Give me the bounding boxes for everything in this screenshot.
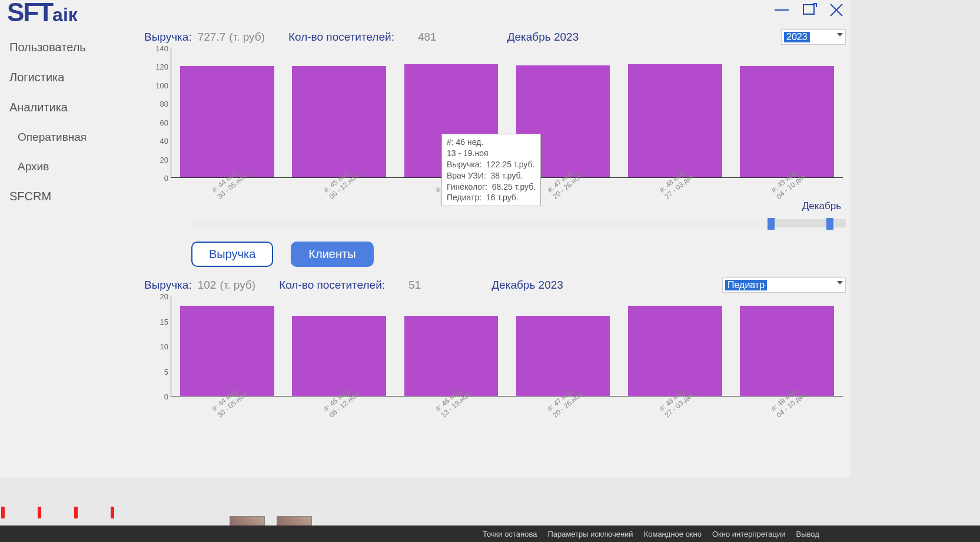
toggle-revenue-button[interactable]: Выручка <box>191 242 273 267</box>
range-handle-right[interactable] <box>826 218 833 230</box>
range-handle-left[interactable] <box>768 218 775 230</box>
doctor-select[interactable]: Педиатр <box>722 277 846 293</box>
taskbar-item[interactable]: Параметры исключений <box>547 530 633 538</box>
chart-bar[interactable] <box>180 306 274 396</box>
app-logo: SFTаік <box>7 0 78 27</box>
sidebar-item-analytics[interactable]: Аналитика <box>5 92 137 123</box>
app-window: SFTаік Пользователь Логистика Аналитика … <box>0 0 851 477</box>
y-axis: 05101520 <box>144 296 171 396</box>
chevron-down-icon <box>837 281 843 285</box>
stats-row-top: Выручка: 727.7 (т. руб) Кол-во посетител… <box>144 29 846 45</box>
chart-bar[interactable] <box>292 66 386 177</box>
chart-bar[interactable] <box>516 316 610 396</box>
doctor-revenue-chart: 05101520 #: 44 нед. 30 - 05.ноя#: 45 нед… <box>144 296 846 426</box>
period-label-2: Декабрь 2023 <box>491 279 563 292</box>
visitors-value: 481 <box>418 31 437 44</box>
taskbar-item[interactable]: Точки останова <box>483 530 537 538</box>
period-label: Декабрь 2023 <box>507 31 579 44</box>
sidebar-item-logistics[interactable]: Логистика <box>5 62 137 92</box>
visitors-value-2: 51 <box>408 279 421 292</box>
toggle-clients-button[interactable]: Клиенты <box>291 242 373 267</box>
revenue-label: Выручка: <box>144 31 192 44</box>
chart-bar[interactable] <box>740 306 834 396</box>
chart-bar[interactable] <box>292 316 386 396</box>
toggle-buttons: Выручка Клиенты <box>191 242 846 267</box>
taskbar-item[interactable]: Командное окно <box>644 530 702 538</box>
minimize-icon[interactable] <box>772 1 793 19</box>
visitors-label-2: Кол-во посетителей: <box>279 279 385 292</box>
chart-bar[interactable] <box>180 66 274 177</box>
stats-row-bottom: Выручка: 102 (т. руб) Кол-во посетителей… <box>144 277 846 293</box>
plot-area: #: 44 нед. 30 - 05.ноя#: 45 нед. 06 - 12… <box>171 296 843 396</box>
year-select[interactable]: 2023 <box>781 29 846 45</box>
revenue-value-2: 102 <box>198 279 217 292</box>
revenue-chart: 020406080100120140 #: 44 нед. 30 - 05.но… <box>144 48 846 207</box>
close-icon[interactable] <box>826 1 847 19</box>
range-slider-zone: Декабрь <box>191 213 846 231</box>
maximize-icon[interactable] <box>799 1 820 19</box>
sidebar: Пользователь Логистика Аналитика Операти… <box>5 32 137 211</box>
content-area: Выручка: 727.7 (т. руб) Кол-во посетител… <box>144 29 846 472</box>
chart-bar[interactable] <box>628 306 722 396</box>
range-track <box>191 219 768 227</box>
sidebar-item-operative[interactable]: Оперативная <box>5 123 137 152</box>
revenue-label-2: Выручка: <box>144 279 192 292</box>
year-select-value: 2023 <box>784 32 810 42</box>
svg-rect-1 <box>803 5 814 14</box>
window-controls <box>772 1 847 19</box>
sidebar-item-sfcrm[interactable]: SFCRM <box>5 181 137 211</box>
range-slider[interactable] <box>191 219 846 227</box>
revenue-value: 727.7 <box>198 31 226 44</box>
sidebar-item-user[interactable]: Пользователь <box>5 32 137 62</box>
range-label: Декабрь <box>802 200 841 212</box>
revenue-unit: (т. руб) <box>229 31 265 44</box>
chart-bar[interactable] <box>740 66 834 177</box>
chart-bar[interactable] <box>628 64 722 177</box>
y-axis: 020406080100120140 <box>144 48 171 178</box>
decorative-ticks <box>1 507 114 524</box>
revenue-unit-2: (т. руб) <box>220 279 255 292</box>
taskbar-item[interactable]: Окно интерпретации <box>712 530 786 538</box>
visitors-label: Кол-во посетителей: <box>288 31 394 44</box>
doctor-select-value: Педиатр <box>725 280 767 290</box>
sidebar-item-archive[interactable]: Архив <box>5 152 137 181</box>
ide-taskbar: Точки останова Параметры исключений Кома… <box>0 526 980 542</box>
chevron-down-icon <box>837 33 843 37</box>
taskbar-item[interactable]: Вывод <box>796 530 819 538</box>
chart-tooltip: #: 46 нед. 13 - 19.ноя Выручка: 122.25 т… <box>441 134 541 206</box>
chart-bar[interactable] <box>404 316 499 396</box>
